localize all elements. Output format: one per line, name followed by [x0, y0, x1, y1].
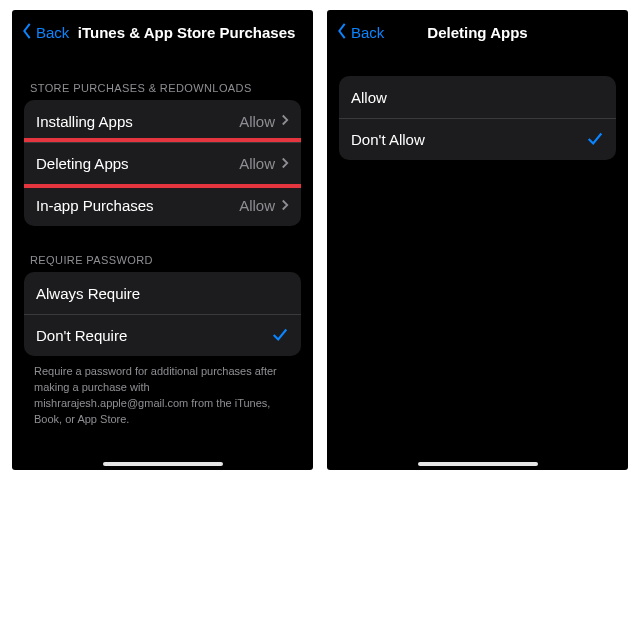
group-options: Allow Don't Allow	[339, 76, 616, 160]
row-dont-require[interactable]: Don't Require	[24, 314, 301, 356]
row-value: Allow	[239, 113, 275, 130]
row-installing-apps[interactable]: Installing Apps Allow	[24, 100, 301, 142]
group-store: Installing Apps Allow Deleting Apps Allo…	[24, 100, 301, 226]
page-title: Deleting Apps	[427, 24, 527, 41]
row-label: In-app Purchases	[36, 197, 154, 214]
row-allow[interactable]: Allow	[339, 76, 616, 118]
section-header-store: STORE PURCHASES & REDOWNLOADS	[24, 54, 301, 100]
chevron-right-icon	[281, 197, 289, 215]
back-label: Back	[351, 24, 384, 41]
home-indicator	[103, 462, 223, 466]
row-label: Allow	[351, 89, 387, 106]
row-value: Allow	[239, 155, 275, 172]
back-button[interactable]: Back	[20, 22, 69, 43]
screen-left: Back iTunes & App Store Purchases STORE …	[12, 10, 313, 470]
chevron-right-icon	[281, 112, 289, 130]
row-always-require[interactable]: Always Require	[24, 272, 301, 314]
row-value: Allow	[239, 197, 275, 214]
row-label: Don't Allow	[351, 131, 425, 148]
chevron-left-icon	[335, 22, 349, 43]
row-label: Don't Require	[36, 327, 127, 344]
content: Allow Don't Allow	[327, 54, 628, 470]
back-label: Back	[36, 24, 69, 41]
chevron-right-icon	[281, 155, 289, 173]
group-password: Always Require Don't Require	[24, 272, 301, 356]
home-indicator	[418, 462, 538, 466]
row-deleting-apps[interactable]: Deleting Apps Allow	[24, 142, 301, 184]
nav-bar: Back Deleting Apps	[327, 10, 628, 54]
section-header-password: REQUIRE PASSWORD	[24, 226, 301, 272]
checkmark-icon	[586, 129, 604, 151]
row-dont-allow[interactable]: Don't Allow	[339, 118, 616, 160]
screen-right: Back Deleting Apps Allow Don't Allow	[327, 10, 628, 470]
content: STORE PURCHASES & REDOWNLOADS Installing…	[12, 54, 313, 470]
row-in-app-purchases[interactable]: In-app Purchases Allow	[24, 184, 301, 226]
chevron-left-icon	[20, 22, 34, 43]
nav-bar: Back iTunes & App Store Purchases	[12, 10, 313, 54]
section-footer: Require a password for additional purcha…	[24, 356, 301, 428]
checkmark-icon	[271, 325, 289, 347]
back-button[interactable]: Back	[335, 22, 384, 43]
row-label: Installing Apps	[36, 113, 133, 130]
row-label: Always Require	[36, 285, 140, 302]
page-title: iTunes & App Store Purchases	[78, 24, 296, 41]
row-label: Deleting Apps	[36, 155, 129, 172]
